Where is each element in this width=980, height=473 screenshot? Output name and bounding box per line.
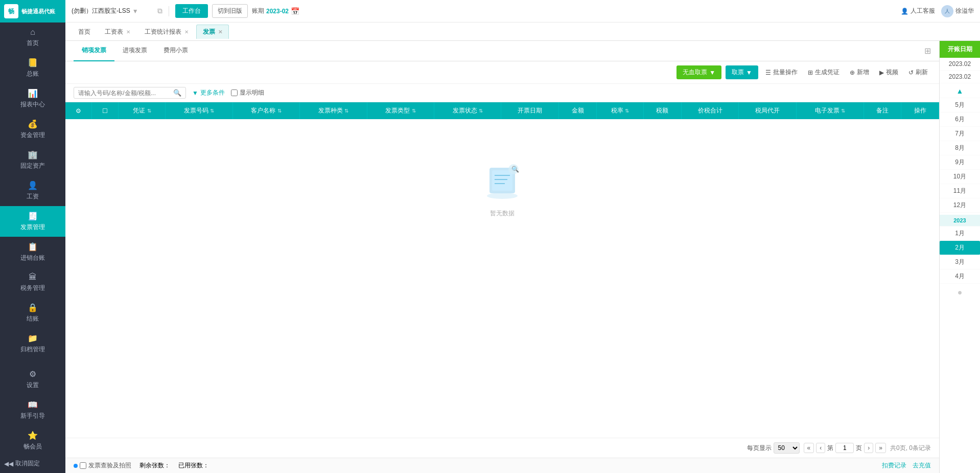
sidebar-item-archive[interactable]: 📁 归档管理	[0, 328, 65, 359]
switch-button[interactable]: 切到旧版	[212, 4, 248, 18]
date-item-2023-02-first[interactable]: 2023.02	[940, 58, 980, 71]
sidebar-label-reports: 报表中心	[20, 100, 45, 109]
first-page-btn[interactable]: «	[804, 443, 814, 453]
search-input[interactable]	[78, 89, 170, 97]
service-btn[interactable]: 👤 人工客服	[901, 7, 935, 15]
col-invoice-status[interactable]: 发票状态 ⇅	[434, 102, 501, 119]
sub-tab-outgoing[interactable]: 销项发票	[74, 41, 114, 61]
prev-page-btn[interactable]: ‹	[816, 443, 825, 453]
tab-home-label: 首页	[78, 28, 90, 36]
collapse-btn[interactable]: ◀◀ 取消固定	[0, 456, 65, 471]
workspace-button[interactable]: 工作台	[175, 4, 208, 18]
sidebar-bottom: ⚙ 设置 📖 新手引导 ⭐ 畅会员 ◀◀ 取消固定	[0, 359, 65, 473]
refresh-btn[interactable]: ↺ 刷新	[905, 66, 931, 79]
company-selector[interactable]: (勿删）江西股宝-LSS ▼	[72, 7, 153, 15]
period-prefix: 账期	[252, 7, 264, 15]
tab-salary[interactable]: 工资表 ✕	[98, 25, 137, 39]
date-month-3[interactable]: 3月	[940, 255, 980, 269]
tab-salary-close[interactable]: ✕	[126, 29, 130, 35]
sidebar-label-funds: 资金管理	[20, 131, 45, 140]
sidebar-item-tax[interactable]: 🏛 税务管理	[0, 267, 65, 298]
no-ticket-btn[interactable]: 无血取票 ▼	[676, 65, 721, 79]
topbar: (勿删）江西股宝-LSS ▼ ⧉ 工作台 切到旧版 账期 2023-02 📅 👤…	[65, 0, 980, 22]
tab-salary-report[interactable]: 工资统计报表 ✕	[138, 25, 195, 39]
col-tax-rate[interactable]: 税率 ⇅	[596, 102, 643, 119]
sidebar-item-reports[interactable]: 📊 报表中心	[0, 83, 65, 114]
date-item-2023-02-second[interactable]: 2023.02	[940, 71, 980, 83]
col-customer[interactable]: 客户名称 ⇅	[232, 102, 299, 119]
sidebar-item-member[interactable]: ⭐ 畅会员	[0, 425, 65, 456]
sidebar-item-settings[interactable]: ⚙ 设置	[0, 364, 65, 395]
date-month-9[interactable]: 9月	[940, 155, 980, 170]
batch-ops-btn[interactable]: ☰ 批量操作	[762, 66, 801, 79]
reports-icon: 📊	[28, 88, 38, 98]
svg-text:🔍: 🔍	[511, 165, 519, 173]
col-checkbox[interactable]: ☐	[92, 102, 119, 119]
recharge-link[interactable]: 去充值	[913, 461, 931, 470]
video-btn[interactable]: ▶ 视频	[876, 66, 901, 79]
col-electronic[interactable]: 电子发票 ⇅	[797, 102, 864, 119]
date-month-1[interactable]: 1月	[940, 227, 980, 241]
tab-home[interactable]: 首页	[72, 25, 97, 39]
date-month-12[interactable]: 12月	[940, 198, 980, 213]
col-total: 价税合计	[681, 102, 739, 119]
sub-tab-expense[interactable]: 费用小票	[155, 41, 196, 61]
date-month-7[interactable]: 7月	[940, 127, 980, 141]
new-label: 新增	[857, 68, 869, 77]
sidebar-item-invoice[interactable]: 🧾 发票管理	[0, 206, 65, 237]
sub-tab-incoming[interactable]: 进项发票	[114, 41, 155, 61]
sidebar-item-closing[interactable]: 🔒 结账	[0, 298, 65, 328]
show-detail-checkbox[interactable]	[231, 89, 238, 96]
date-month-4[interactable]: 4月	[940, 269, 980, 284]
col-voucher[interactable]: 凭证 ⇅	[119, 102, 166, 119]
sidebar-item-assets[interactable]: 🏢 固定资产	[0, 145, 65, 175]
generate-voucher-btn[interactable]: ⊞ 生成凭证	[805, 66, 843, 79]
col-settings[interactable]: ⚙	[65, 102, 92, 119]
date-month-8[interactable]: 8月	[940, 141, 980, 155]
sidebar-item-funds[interactable]: 💰 资金管理	[0, 114, 65, 145]
date-panel-close-btn[interactable]: ●	[940, 285, 980, 300]
empty-state: 🔍 暂无数据	[65, 119, 939, 259]
deduct-link[interactable]: 扣费记录	[882, 461, 906, 470]
date-month-6[interactable]: 6月	[940, 112, 980, 127]
date-month-10[interactable]: 10月	[940, 170, 980, 184]
date-year-group-2022: ▲ 5月 6月 7月 8月 9月 10月 11月 12月	[940, 83, 980, 214]
invoice-table: ⚙ ☐ 凭证 ⇅ 发票号码 ⇅ 客户名称 ⇅ 发票种类 ⇅ 发票类型 ⇅ 发票状…	[65, 102, 939, 119]
page-input[interactable]	[835, 443, 854, 453]
show-detail-wrap[interactable]: 显示明细	[231, 88, 264, 97]
check-item: 发票查验及拍照	[74, 461, 131, 470]
user-btn[interactable]: 人 徐溢华	[941, 5, 974, 17]
more-conditions-btn[interactable]: ▼ 更多条件	[192, 88, 225, 97]
sidebar-item-salary[interactable]: 👤 工资	[0, 175, 65, 206]
col-invoice-type[interactable]: 发票种类 ⇅	[300, 102, 367, 119]
col-invoice-no[interactable]: 发票号码 ⇅	[166, 102, 232, 119]
grid-icon[interactable]: ⊞	[924, 46, 931, 56]
refresh-label: 刷新	[916, 68, 928, 77]
sidebar-item-sales[interactable]: 📋 进销台账	[0, 237, 65, 267]
date-month-11[interactable]: 11月	[940, 184, 980, 198]
open-date-btn[interactable]: 开账日期	[940, 41, 980, 58]
bottom-right: 扣费记录 去充值	[882, 461, 931, 470]
tab-salary-report-close[interactable]: ✕	[184, 29, 189, 35]
collapse-label: 取消固定	[15, 459, 40, 468]
date-month-2[interactable]: 2月	[940, 241, 980, 255]
sidebar-item-guide[interactable]: 📖 新手引导	[0, 395, 65, 425]
next-page-btn[interactable]: ›	[864, 443, 873, 453]
sidebar-item-ledger[interactable]: 📒 总账	[0, 53, 65, 83]
sidebar-item-home[interactable]: ⌂ 首页	[0, 22, 65, 53]
per-page-select[interactable]: 50 10 20 100	[774, 442, 800, 454]
date-month-5[interactable]: 5月	[940, 98, 980, 112]
ticket-btn[interactable]: 取票 ▼	[726, 65, 758, 79]
new-btn[interactable]: ⊕ 新增	[847, 66, 872, 79]
check-invoice-checkbox[interactable]	[80, 462, 86, 469]
date-nav-up[interactable]: ▲	[940, 84, 980, 98]
last-page-btn[interactable]: »	[875, 443, 886, 453]
period-calendar-icon[interactable]: 📅	[291, 7, 299, 15]
status-dot	[74, 464, 78, 468]
tab-invoice[interactable]: 发票 ✕	[196, 25, 229, 39]
col-invoice-category[interactable]: 发票类型 ⇅	[367, 102, 434, 119]
tab-invoice-close[interactable]: ✕	[218, 29, 222, 35]
show-detail-label: 显示明细	[240, 88, 264, 97]
sub-tab-right: ⊞	[924, 46, 931, 56]
topbar-copy-icon[interactable]: ⧉	[157, 7, 162, 15]
